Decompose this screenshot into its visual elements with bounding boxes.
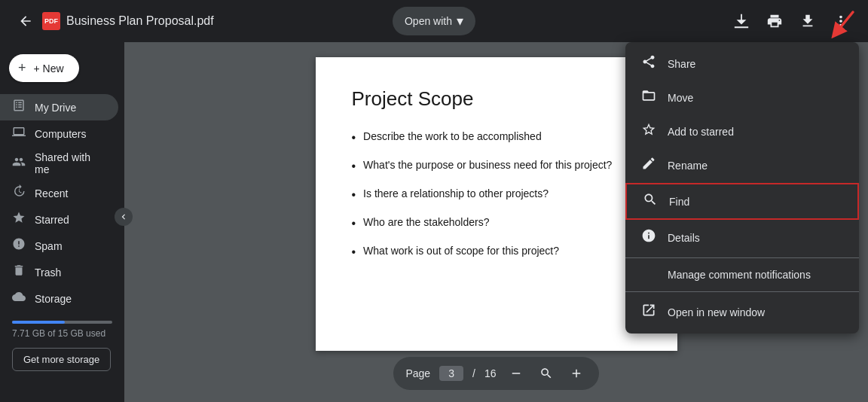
- pdf-page: Project Scope Describe the work to be ac…: [316, 57, 677, 351]
- sidebar-item-label: Trash: [35, 266, 61, 279]
- context-menu: Share Move Add to starred Rename Find De…: [625, 42, 859, 333]
- menu-item-find[interactable]: Find: [625, 183, 859, 220]
- sidebar-item-label: Shared with me: [35, 151, 106, 175]
- rename-icon: [640, 156, 657, 175]
- back-button[interactable]: [12, 8, 39, 35]
- open-with-button[interactable]: Open with ▾: [393, 7, 475, 35]
- top-bar: PDF Business Plan Proposal.pdf Open with…: [0, 0, 868, 42]
- share-icon: [640, 54, 657, 73]
- zoom-in-icon: [536, 363, 557, 384]
- menu-item-details[interactable]: Details: [625, 221, 859, 254]
- add-to-drive-button[interactable]: [726, 6, 756, 36]
- menu-item-label: Open in new window: [668, 306, 765, 318]
- list-item: Is there a relationship to other project…: [352, 186, 641, 204]
- page-controls: Page / 16: [393, 357, 598, 390]
- recent-icon: [12, 184, 26, 202]
- find-icon: [642, 192, 659, 211]
- starred-icon: [12, 211, 26, 228]
- sidebar-item-label: My Drive: [35, 102, 76, 114]
- menu-item-move[interactable]: Move: [625, 81, 859, 114]
- open-with-label: Open with: [405, 15, 452, 27]
- menu-item-label: Manage comment notifications: [668, 269, 811, 281]
- sidebar-item-label: Storage: [35, 293, 72, 305]
- menu-item-rename[interactable]: Rename: [625, 148, 859, 182]
- storage-bar-fill: [12, 321, 65, 324]
- sidebar-item-spam[interactable]: Spam: [0, 233, 118, 259]
- get-more-storage-button[interactable]: Get more storage: [12, 348, 111, 371]
- list-item: Who are the stakeholders?: [352, 215, 641, 233]
- menu-item-label: Add to starred: [668, 126, 734, 138]
- sidebar: + + New My Drive Computers Shared with m…: [0, 42, 124, 402]
- star-icon: [640, 122, 657, 141]
- storage-bar-container: 7.71 GB of 15 GB used: [0, 312, 124, 342]
- new-button[interactable]: + + New: [9, 54, 79, 82]
- menu-item-add-starred[interactable]: Add to starred: [625, 114, 859, 148]
- menu-item-label: Rename: [668, 160, 708, 172]
- more-options-button[interactable]: [826, 6, 856, 36]
- spam-icon: [12, 237, 26, 254]
- sidebar-item-shared[interactable]: Shared with me: [0, 147, 118, 180]
- menu-item-manage-comments[interactable]: Manage comment notifications: [625, 261, 859, 288]
- zoom-in-button[interactable]: [566, 363, 587, 384]
- sidebar-item-storage[interactable]: Storage: [0, 285, 118, 312]
- menu-item-share[interactable]: Share: [625, 47, 859, 81]
- my-drive-icon: [12, 99, 26, 116]
- menu-item-label: Move: [668, 92, 693, 104]
- list-item: What work is out of scope for this proje…: [352, 243, 641, 261]
- list-item: What's the purpose or business need for …: [352, 157, 641, 175]
- sidebar-collapse-button[interactable]: [115, 208, 133, 226]
- trash-icon: [12, 263, 26, 281]
- menu-item-open-new-window[interactable]: Open in new window: [625, 295, 859, 329]
- zoom-out-button[interactable]: [506, 363, 527, 384]
- pdf-bullet-list: Describe the work to be accomplished Wha…: [352, 129, 641, 261]
- top-bar-actions: [726, 6, 856, 36]
- storage-icon: [12, 290, 26, 307]
- print-button[interactable]: [760, 6, 790, 36]
- menu-item-label: Find: [669, 196, 689, 208]
- sidebar-item-label: Recent: [35, 187, 68, 199]
- page-label: Page: [405, 367, 430, 379]
- menu-item-label: Details: [668, 232, 700, 244]
- file-type-icon: PDF: [42, 12, 60, 30]
- open-new-window-icon: [640, 303, 657, 321]
- shared-icon: [12, 155, 26, 172]
- menu-divider: [625, 257, 859, 258]
- sidebar-item-computers[interactable]: Computers: [0, 120, 118, 147]
- page-separator: /: [472, 367, 475, 379]
- download-button[interactable]: [793, 6, 823, 36]
- storage-usage-text: 7.71 GB of 15 GB used: [12, 328, 112, 339]
- total-pages: 16: [484, 367, 497, 379]
- plus-icon: +: [18, 60, 26, 76]
- sidebar-item-my-drive[interactable]: My Drive: [0, 94, 118, 120]
- storage-bar-background: [12, 321, 112, 324]
- sidebar-item-label: Computers: [35, 128, 86, 140]
- chevron-down-icon: ▾: [457, 13, 463, 29]
- move-icon: [640, 88, 657, 107]
- sidebar-item-label: Spam: [35, 240, 63, 252]
- sidebar-item-starred[interactable]: Starred: [0, 206, 118, 233]
- sidebar-item-trash[interactable]: Trash: [0, 259, 118, 285]
- list-item: Describe the work to be accomplished: [352, 129, 641, 147]
- sidebar-item-recent[interactable]: Recent: [0, 180, 118, 206]
- details-icon: [640, 228, 657, 247]
- new-label: + New: [34, 62, 64, 75]
- current-page-input[interactable]: [439, 366, 463, 381]
- menu-divider-2: [625, 291, 859, 292]
- computers-icon: [12, 125, 26, 142]
- sidebar-item-label: Starred: [35, 214, 69, 226]
- pdf-document-title: Project Scope: [352, 87, 641, 111]
- menu-item-label: Share: [668, 58, 695, 70]
